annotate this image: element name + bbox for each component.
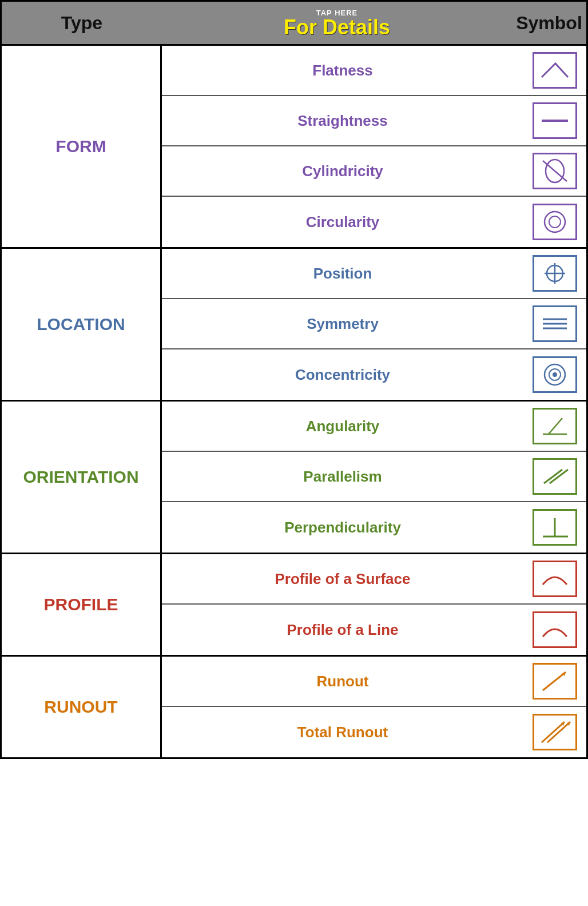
row-total-runout[interactable]: Total Runout [162, 707, 586, 757]
flatness-icon [537, 55, 573, 85]
perpendicularity-icon [537, 512, 573, 542]
orientation-rows: Angularity Parallelism [162, 402, 586, 553]
char-angularity: Angularity [162, 412, 523, 441]
section-orientation: ORIENTATION Angularity Parallelism [0, 402, 588, 554]
profile-rows: Profile of a Surface Profile of a Line [162, 554, 586, 655]
row-profile-surface[interactable]: Profile of a Surface [162, 554, 586, 605]
row-position[interactable]: Position [162, 249, 586, 299]
row-cylindricity[interactable]: Cylindricity [162, 146, 586, 197]
section-runout: RUNOUT Runout Total Runout [0, 657, 588, 759]
char-total-runout: Total Runout [162, 718, 523, 747]
char-concentricity: Concentricity [162, 360, 523, 390]
sym-box-profile-line [533, 611, 577, 648]
sym-box-position [533, 255, 577, 292]
row-perpendicularity[interactable]: Perpendicularity [162, 502, 586, 553]
svg-point-3 [545, 212, 565, 232]
profile-surface-icon [537, 564, 573, 594]
concentricity-icon [537, 360, 573, 390]
straightness-icon [537, 106, 573, 136]
char-straightness: Straightness [162, 106, 523, 136]
sym-box-angularity [533, 408, 577, 444]
char-profile-line: Profile of a Line [162, 615, 523, 645]
sym-perpendicularity [523, 504, 586, 550]
profile-label: PROFILE [43, 595, 118, 614]
svg-line-15 [549, 418, 562, 434]
sym-circularity [523, 199, 586, 245]
profile-line-icon [537, 615, 573, 645]
svg-point-13 [553, 373, 557, 376]
row-concentricity[interactable]: Concentricity [162, 349, 586, 400]
row-parallelism[interactable]: Parallelism [162, 452, 586, 502]
total-runout-icon [537, 717, 573, 747]
profile-type-col: PROFILE [2, 554, 162, 655]
char-perpendicularity: Perpendicularity [162, 513, 523, 542]
location-type-col: LOCATION [2, 249, 162, 400]
circularity-icon [537, 207, 573, 237]
location-label: LOCATION [37, 315, 125, 334]
svg-line-24 [547, 722, 570, 742]
sym-box-perpendicularity [533, 509, 577, 546]
sym-flatness [523, 47, 586, 93]
row-runout[interactable]: Runout [162, 657, 586, 707]
row-straightness[interactable]: Straightness [162, 96, 586, 146]
sym-straightness [523, 98, 586, 144]
svg-point-4 [549, 216, 561, 228]
sym-concentricity [523, 352, 586, 398]
sym-box-concentricity [533, 356, 577, 393]
char-cylindricity: Cylindricity [162, 157, 523, 186]
form-type-col: FORM [2, 46, 162, 247]
sym-box-profile-surface [533, 561, 577, 597]
sym-profile-line [523, 607, 586, 653]
form-rows: Flatness Straightness Cy [162, 46, 586, 247]
orientation-type-col: ORIENTATION [2, 402, 162, 553]
char-symmetry: Symmetry [162, 309, 523, 339]
svg-line-2 [543, 161, 567, 181]
sym-total-runout [523, 709, 586, 755]
header-symbol: Symbol [512, 13, 586, 34]
row-profile-line[interactable]: Profile of a Line [162, 605, 586, 655]
section-location: LOCATION Position Symmetry [0, 249, 588, 402]
angularity-icon [537, 411, 573, 441]
svg-line-23 [542, 722, 565, 742]
row-angularity[interactable]: Angularity [162, 402, 586, 452]
runout-label: RUNOUT [44, 697, 117, 717]
sym-cylindricity [523, 148, 586, 194]
header-tap-area[interactable]: TAP HERE For Details [162, 9, 512, 38]
symmetry-icon [537, 309, 573, 339]
sym-box-cylindricity [533, 153, 577, 189]
sym-angularity [523, 403, 586, 449]
char-position: Position [162, 259, 523, 288]
row-flatness[interactable]: Flatness [162, 46, 586, 96]
row-circularity[interactable]: Circularity [162, 197, 586, 247]
runout-type-col: RUNOUT [2, 657, 162, 757]
char-flatness: Flatness [162, 56, 523, 85]
sym-box-symmetry [533, 305, 577, 342]
cylindricity-icon [537, 156, 573, 186]
sym-position [523, 251, 586, 296]
form-label: FORM [55, 137, 106, 156]
sym-parallelism [523, 454, 586, 499]
sym-box-parallelism [533, 458, 577, 495]
runout-rows: Runout Total Runout [162, 657, 586, 757]
sym-symmetry [523, 301, 586, 347]
runout-icon [537, 666, 573, 696]
table-header: Type TAP HERE For Details Symbol [0, 0, 588, 46]
svg-line-21 [543, 672, 566, 690]
sym-runout [523, 658, 586, 704]
for-details-label: For Details [162, 17, 512, 38]
sym-box-circularity [533, 204, 577, 240]
char-parallelism: Parallelism [162, 462, 523, 491]
sym-profile-surface [523, 556, 586, 602]
char-runout: Runout [162, 667, 523, 696]
sym-box-flatness [533, 52, 577, 89]
sym-box-runout [533, 663, 577, 700]
orientation-label: ORIENTATION [23, 467, 138, 487]
header-type: Type [2, 13, 162, 34]
position-icon [537, 259, 573, 288]
sym-box-total-runout [533, 714, 577, 750]
parallelism-icon [537, 462, 573, 491]
row-symmetry[interactable]: Symmetry [162, 299, 586, 349]
location-rows: Position Symmetry [162, 249, 586, 400]
char-circularity: Circularity [162, 208, 523, 237]
section-form: FORM Flatness Straightness [0, 46, 588, 249]
